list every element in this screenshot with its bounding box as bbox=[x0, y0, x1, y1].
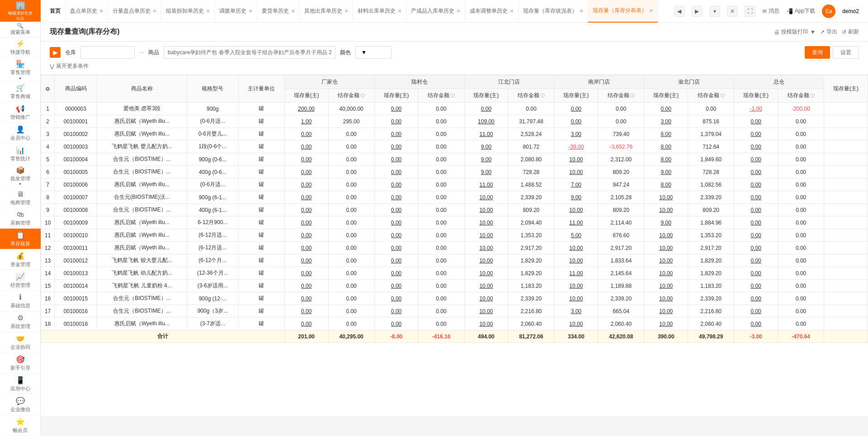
table-cell[interactable]: 7.00 bbox=[554, 178, 598, 191]
table-cell[interactable]: 10.00 bbox=[644, 191, 688, 204]
table-cell[interactable]: 10.00 bbox=[554, 166, 598, 178]
tab-close-all-button[interactable]: ✕ bbox=[727, 6, 738, 17]
table-cell[interactable]: 10.00 bbox=[644, 305, 688, 318]
tab-order-close[interactable]: ✕ bbox=[291, 9, 295, 14]
table-cell[interactable]: 10.00 bbox=[554, 318, 598, 330]
table-cell[interactable]: 10.00 bbox=[644, 318, 688, 330]
table-cell[interactable]: 10.00 bbox=[554, 153, 598, 166]
table-cell[interactable]: 0.00 bbox=[284, 254, 328, 267]
tab-transfer-close[interactable]: ✕ bbox=[249, 9, 252, 14]
table-cell[interactable]: 0.00 bbox=[284, 204, 328, 216]
table-cell[interactable]: 10.00 bbox=[644, 229, 688, 242]
table-cell[interactable]: 10.00 bbox=[644, 292, 688, 305]
table-cell[interactable]: 3.00 bbox=[554, 128, 598, 141]
table-cell[interactable]: 0.00 bbox=[734, 216, 778, 229]
table-cell[interactable]: 6.00 bbox=[644, 128, 688, 141]
table-cell[interactable]: 0.00 bbox=[284, 153, 328, 166]
warehouse-more-button[interactable]: ··· bbox=[139, 49, 144, 56]
table-cell[interactable]: 0.00 bbox=[734, 204, 778, 216]
tab-otherout[interactable]: 其他出库单历史 ✕ bbox=[300, 0, 353, 23]
table-cell[interactable]: 10.00 bbox=[464, 191, 508, 204]
table-cell[interactable]: 10.00 bbox=[464, 229, 508, 242]
table-cell[interactable]: 200.00 bbox=[284, 103, 328, 115]
sidebar-item-retail[interactable]: 🏪 零售管理 ▲ bbox=[0, 58, 41, 81]
table-cell[interactable]: 8.00 bbox=[644, 178, 688, 191]
tab-order[interactable]: 要货单历史 ✕ bbox=[257, 0, 300, 23]
table-cell[interactable]: -39.00 bbox=[554, 141, 598, 153]
table-cell[interactable]: 0.00 bbox=[464, 103, 508, 115]
tab-prev-button[interactable]: ◀ bbox=[674, 6, 685, 17]
sidebar-item-search[interactable]: 🔍 搜索英单 bbox=[0, 22, 41, 38]
tab-assembly[interactable]: 组装拆卸单历史 ✕ bbox=[161, 0, 215, 23]
table-cell[interactable]: 0.00 bbox=[374, 141, 418, 153]
table-cell[interactable]: 1.00 bbox=[284, 115, 328, 128]
c1-amt-info-icon[interactable]: ⓘ bbox=[360, 93, 365, 98]
table-cell[interactable]: 5.00 bbox=[554, 229, 598, 242]
c4-amt-info-icon[interactable]: ⓘ bbox=[630, 93, 635, 98]
table-cell[interactable]: 0.00 bbox=[374, 103, 418, 115]
table-cell[interactable]: 10.00 bbox=[464, 318, 508, 330]
tab-fullscreen-button[interactable]: ⛶ bbox=[745, 6, 755, 17]
table-cell[interactable]: 11.00 bbox=[554, 216, 598, 229]
tot-amt-info-icon[interactable]: ⓘ bbox=[810, 93, 815, 98]
table-cell[interactable]: 0.00 bbox=[734, 229, 778, 242]
sidebar-item-wholesale[interactable]: 📦 批发管理 ▼ bbox=[0, 164, 41, 188]
table-cell[interactable]: 0.00 bbox=[374, 153, 418, 166]
sidebar-item-appcenter[interactable]: 📱 应用中心 bbox=[0, 374, 41, 394]
filter-expand-button[interactable]: ▶ bbox=[50, 47, 61, 58]
table-cell[interactable]: 3.00 bbox=[554, 305, 598, 318]
sidebar-item-member2[interactable]: ⭐ 畅会员 bbox=[0, 415, 41, 436]
table-cell[interactable]: 10.00 bbox=[644, 254, 688, 267]
table-cell[interactable]: 8.00 bbox=[644, 141, 688, 153]
table-cell[interactable]: 0.00 bbox=[284, 229, 328, 242]
tab-stocktake2-close[interactable]: ✕ bbox=[153, 9, 156, 14]
table-cell[interactable]: 10.00 bbox=[464, 305, 508, 318]
table-cell[interactable]: 0.00 bbox=[554, 103, 598, 115]
table-cell[interactable]: 0.00 bbox=[284, 242, 328, 254]
sidebar-item-purchase[interactable]: 🛍 采购管理 bbox=[0, 208, 41, 229]
app-download-button[interactable]: 📲 App下载 bbox=[786, 7, 815, 15]
export-button[interactable]: ↗ 导出 bbox=[820, 28, 837, 36]
table-cell[interactable]: 10.00 bbox=[644, 267, 688, 280]
tab-costadjust-close[interactable]: ✕ bbox=[510, 9, 514, 14]
table-cell[interactable]: 0.00 bbox=[734, 267, 778, 280]
table-cell[interactable]: 0.00 bbox=[284, 267, 328, 280]
table-cell[interactable]: 0.00 bbox=[374, 204, 418, 216]
table-cell[interactable]: 0.00 bbox=[734, 292, 778, 305]
table-cell[interactable]: 0.00 bbox=[734, 318, 778, 330]
table-cell[interactable]: -1.00 bbox=[734, 103, 778, 115]
table-cell[interactable]: 0.00 bbox=[734, 115, 778, 128]
table-cell[interactable]: 0.00 bbox=[734, 166, 778, 178]
table-cell[interactable]: 0.00 bbox=[374, 216, 418, 229]
table-cell[interactable]: 11.00 bbox=[464, 178, 508, 191]
sidebar-item-operation[interactable]: 📈 经营管理 bbox=[0, 270, 41, 291]
sidebar-item-ecommerce[interactable]: 🖥 电商管理 bbox=[0, 188, 41, 208]
table-cell[interactable]: 0.00 bbox=[374, 305, 418, 318]
table-cell[interactable]: 10.00 bbox=[464, 204, 508, 216]
table-cell[interactable]: 10.00 bbox=[644, 204, 688, 216]
print-button[interactable]: 🖨 按模版打印 ▼ bbox=[774, 28, 816, 36]
table-cell[interactable]: 0.00 bbox=[374, 115, 418, 128]
table-cell[interactable]: 10.00 bbox=[644, 280, 688, 292]
table-cell[interactable]: 0.00 bbox=[284, 128, 328, 141]
table-cell[interactable]: 0.00 bbox=[284, 305, 328, 318]
tab-productin[interactable]: 产成品入库单历史 ✕ bbox=[406, 0, 465, 23]
sidebar-item-guide[interactable]: 🎯 新手引导 bbox=[0, 353, 41, 374]
table-cell[interactable]: 10.00 bbox=[554, 204, 598, 216]
table-cell[interactable]: 0.00 bbox=[374, 318, 418, 330]
tab-productin-close[interactable]: ✕ bbox=[457, 9, 460, 14]
table-cell[interactable]: 0.00 bbox=[374, 292, 418, 305]
c2-amt-info-icon[interactable]: ⓘ bbox=[450, 93, 455, 98]
message-button[interactable]: ✉ 消息 bbox=[762, 7, 779, 15]
color-dropdown[interactable]: ▼ bbox=[355, 46, 392, 59]
table-cell[interactable]: 0.00 bbox=[374, 166, 418, 178]
table-cell[interactable]: 0.00 bbox=[734, 128, 778, 141]
tab-assembly-close[interactable]: ✕ bbox=[206, 9, 210, 14]
tab-next-button[interactable]: ▶ bbox=[692, 6, 703, 17]
sidebar-item-enterprise[interactable]: 🤝 企业协同 bbox=[0, 333, 41, 353]
sidebar-item-inventory[interactable]: 📋 库存核算 bbox=[0, 229, 41, 249]
table-cell[interactable]: 10.00 bbox=[464, 254, 508, 267]
sidebar-logo[interactable]: 🏢 畅捷通好生意 标版 bbox=[0, 0, 41, 22]
tab-stock1[interactable]: 现存量（库存状况表） ✕ bbox=[519, 0, 588, 23]
expand-more-button[interactable]: ⋁ 展开更多条件 bbox=[50, 62, 859, 70]
